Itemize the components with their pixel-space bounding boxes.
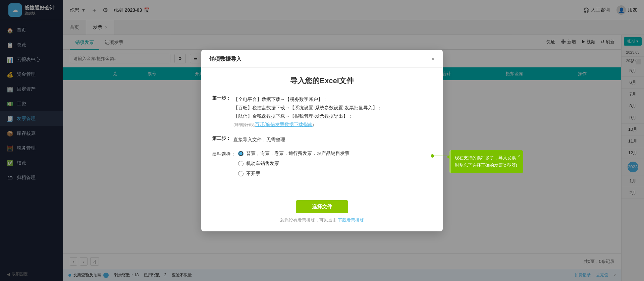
radio-options: 普票，专票，卷票，通行费发票，农产品销售发票 机动车销售发票 不开票 <box>238 151 350 181</box>
ticket-selection: 票种选择： 普票，专票，卷票，通行费发票，农产品销售发票 机动车销售发票 <box>212 151 432 181</box>
footer-hint-text: 若您没有发票模版，可以点击 <box>280 218 337 223</box>
import-modal: 销项数据导入 × 导入您的Excel文件 第一步： 【全电平台】数据下载→【税务… <box>201 50 443 232</box>
radio-none-label: 不开票 <box>246 171 260 177</box>
tooltip-text: 现在支持的票种多了，导入发票时别忘了选择正确的发票类型呀! <box>455 155 517 168</box>
modal-step2: 第二步： 直接导入文件，无需整理 <box>212 135 432 144</box>
step2-text: 直接导入文件，无需整理 <box>233 137 285 142</box>
footer-hint: 若您没有发票模版，可以点击 下载发票模版 <box>209 217 435 223</box>
radio-option-general[interactable]: 普票，专票，卷票，通行费发票，农产品销售发票 <box>238 151 350 157</box>
ticket-label: 票种选择： <box>212 151 235 157</box>
radio-option-motor[interactable]: 机动车销售发票 <box>238 161 350 167</box>
tooltip-arrow <box>447 155 449 159</box>
modal-close-btn[interactable]: × <box>431 56 435 63</box>
modal-footer: 选择文件 若您没有发票模版，可以点击 下载发票模版 <box>201 195 443 231</box>
tooltip-bubble: × 现在支持的票种多了，导入发票时别忘了选择正确的发票类型呀! <box>449 150 523 173</box>
tooltip-line <box>432 156 449 156</box>
radio-motor-label: 机动车销售发票 <box>246 161 279 167</box>
tooltip-container: × 现在支持的票种多了，导入发票时别忘了选择正确的发票类型呀! <box>449 150 523 173</box>
step2-content: 直接导入文件，无需整理 <box>233 135 285 144</box>
guide-link[interactable]: 百旺/航信发票数据下载指南 <box>255 122 313 127</box>
radio-option-none[interactable]: 不开票 <box>238 171 350 177</box>
step1-line2: 【百旺】税控盘数据下载→【系统设置-系统参数设置-发票批量导入】； <box>233 104 382 112</box>
radio-general-label: 普票，专票，卷票，通行费发票，农产品销售发票 <box>246 151 350 157</box>
modal-body: 导入您的Excel文件 第一步： 【全电平台】数据下载→【税务数字账户】； 【百… <box>201 68 443 195</box>
step1-line1: 【全电平台】数据下载→【税务数字账户】； <box>233 95 382 104</box>
tooltip-bar <box>449 150 451 173</box>
step1-line3: 【航信】金税盘数据下载→【报税管理-发票数据导出】； <box>233 112 382 120</box>
modal-header: 销项数据导入 × <box>201 50 443 68</box>
step1-hint: (详细操作见百旺/航信发票数据下载指南) <box>233 120 382 129</box>
download-template-link[interactable]: 下载发票模版 <box>338 218 364 223</box>
step2-label: 第二步： <box>212 135 231 142</box>
modal-main-title: 导入您的Excel文件 <box>212 76 432 86</box>
modal-step1: 第一步： 【全电平台】数据下载→【税务数字账户】； 【百旺】税控盘数据下载→【系… <box>212 95 432 129</box>
step1-content: 【全电平台】数据下载→【税务数字账户】； 【百旺】税控盘数据下载→【系统设置-系… <box>233 95 382 129</box>
tooltip-dot <box>431 154 434 158</box>
step1-label: 第一步： <box>212 95 231 101</box>
radio-motor[interactable] <box>238 161 244 166</box>
modal-overlay: 销项数据导入 × 导入您的Excel文件 第一步： 【全电平台】数据下载→【税务… <box>0 0 644 281</box>
tooltip-close-btn[interactable]: × <box>518 152 521 160</box>
modal-title: 销项数据导入 <box>209 56 241 63</box>
radio-none[interactable] <box>238 171 244 176</box>
radio-general[interactable] <box>238 151 244 156</box>
select-file-btn[interactable]: 选择文件 <box>296 200 348 213</box>
